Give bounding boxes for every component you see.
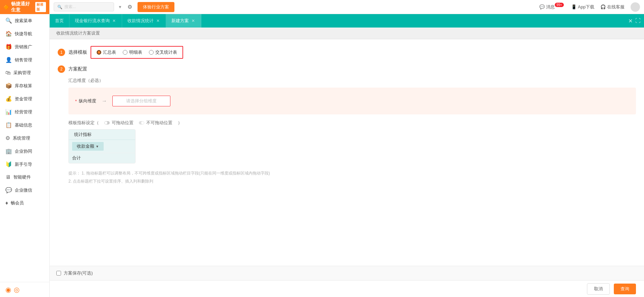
radio-summary-input[interactable] bbox=[97, 50, 101, 55]
download-item[interactable]: 📱 App下载 bbox=[571, 4, 594, 10]
radio-detail[interactable]: 明细表 bbox=[123, 49, 142, 55]
sidebar-item-label: 快捷导航 bbox=[15, 31, 32, 37]
tab-label: 收款情况统计 bbox=[127, 18, 154, 24]
sidebar-item-sales[interactable]: 👤 销售管理 bbox=[0, 53, 49, 66]
toggle-draggable[interactable]: 可拖动位置 bbox=[104, 120, 133, 126]
wechat-icon: 💬 bbox=[5, 187, 12, 193]
sidebar-item-label: 库存核算 bbox=[15, 83, 32, 89]
query-button[interactable]: 查询 bbox=[614, 284, 636, 294]
main: 🔍 搜索... ▼ ⚙ 体验行业方案 💬 消息 99+ 📱 App下载 🎧 在线… bbox=[50, 0, 644, 297]
sidebar-item-label: 采购管理 bbox=[13, 70, 31, 76]
management-icon: 📊 bbox=[5, 109, 12, 115]
sidebar-item-purchase[interactable]: 🛍 采购管理 bbox=[0, 66, 49, 79]
breadcrumb-text: 收款情况统计方案设置 bbox=[56, 31, 100, 36]
vertical-label: * 纵向维度 bbox=[75, 98, 96, 104]
tabbar-actions: ✕ ⛶ bbox=[625, 14, 644, 28]
logo: 🔶 畅捷通好生意 标准版 bbox=[0, 0, 49, 14]
inventory-icon: 📦 bbox=[5, 83, 12, 89]
sidebar-item-label: 新手引导 bbox=[15, 161, 32, 167]
page-footer: 方案保存(可选) bbox=[50, 266, 644, 280]
close-window-icon[interactable]: ✕ bbox=[628, 18, 633, 24]
sidebar: 🔶 畅捷通好生意 标准版 🔍 搜索菜单 🏠 快捷导航 🎁 营销推广 👤 销售管理… bbox=[0, 0, 50, 297]
base-icon: 📋 bbox=[5, 122, 12, 128]
sidebar-item-inventory[interactable]: 📦 库存核算 bbox=[0, 79, 49, 92]
sidebar-item-label: 资金管理 bbox=[15, 96, 32, 102]
bottom-bar: 取消 查询 bbox=[50, 280, 644, 297]
chevron-down-icon[interactable]: ▼ bbox=[118, 5, 122, 9]
sidebar-item-base-info[interactable]: 📋 基础信息 bbox=[0, 118, 49, 132]
tab-label: 首页 bbox=[55, 18, 64, 24]
sidebar-item-label: 企业微信 bbox=[15, 187, 32, 193]
radio-summary[interactable]: 汇总表 bbox=[97, 49, 116, 55]
save-checkbox[interactable] bbox=[56, 271, 61, 276]
sidebar-item-quick-nav[interactable]: 🏠 快捷导航 bbox=[0, 27, 49, 40]
sidebar-item-finance[interactable]: 💰 资金管理 bbox=[0, 92, 49, 105]
tip-line2: 2. 点击标题栏下拉可设置排序、插入列和删除列 bbox=[68, 178, 636, 185]
sidebar-item-enterprise[interactable]: 🏢 企业协同 bbox=[0, 145, 49, 158]
radio-cross-input[interactable] bbox=[149, 50, 154, 55]
message-icon: 💬 bbox=[539, 4, 545, 9]
logo-icon: 🔶 bbox=[3, 4, 9, 10]
amount-label-text: 收款金额 bbox=[77, 143, 94, 149]
sidebar-bottom-icon2: ◎ bbox=[14, 286, 19, 294]
sidebar-item-label: 基础信息 bbox=[15, 122, 32, 128]
radio-summary-label: 汇总表 bbox=[103, 49, 116, 55]
sales-icon: 👤 bbox=[5, 57, 12, 63]
metrics-row-amount[interactable]: 收款金额 ▼ bbox=[69, 140, 135, 153]
metrics-table: 统计指标 收款金额 ▼ 合计 bbox=[68, 129, 136, 163]
step2-section: 2 方案配置 汇总维度（必选） * 纵向维度 → 请选择分组维度 bbox=[58, 65, 636, 185]
sidebar-item-newbie[interactable]: 🔰 新手引导 bbox=[0, 158, 49, 171]
maximize-icon[interactable]: ⛶ bbox=[635, 18, 641, 24]
customer-service-item[interactable]: 🎧 在线客服 bbox=[600, 4, 625, 10]
sidebar-item-system[interactable]: ⚙ 系统管理 bbox=[0, 132, 49, 145]
sidebar-item-label: 搜索菜单 bbox=[15, 18, 32, 24]
home-icon: 🏠 bbox=[5, 31, 12, 37]
notification-label: 消息 bbox=[546, 4, 555, 10]
sidebar-item-management[interactable]: 📊 经营管理 bbox=[0, 105, 49, 118]
hardware-icon: 🖥 bbox=[5, 174, 11, 180]
sidebar-item-hardware[interactable]: 🖥 智能硬件 bbox=[0, 171, 49, 184]
radio-cross[interactable]: 交叉统计表 bbox=[149, 49, 177, 55]
tab-close-icon[interactable]: ✕ bbox=[191, 18, 196, 24]
tab-new-plan[interactable]: 新建方案 ✕ bbox=[166, 14, 201, 28]
notification-item[interactable]: 💬 消息 99+ bbox=[539, 4, 565, 10]
sidebar-bottom: ◉ ◎ bbox=[0, 282, 49, 297]
sidebar-item-wechat[interactable]: 💬 企业微信 bbox=[0, 184, 49, 197]
tab-collection[interactable]: 收款情况统计 ✕ bbox=[122, 14, 166, 28]
radio-detail-label: 明细表 bbox=[129, 49, 142, 55]
dimension-select[interactable]: 请选择分组维度 bbox=[112, 96, 170, 106]
sidebar-item-search[interactable]: 🔍 搜索菜单 bbox=[0, 14, 49, 27]
tab-close-icon[interactable]: ✕ bbox=[156, 18, 160, 24]
sidebar-item-label: 营销推广 bbox=[15, 44, 32, 50]
customer-service-label: 在线客服 bbox=[607, 4, 625, 10]
step1-header: 1 选择模板 汇总表 明细表 交叉统计表 bbox=[58, 46, 636, 59]
topbar-search[interactable]: 🔍 搜索... bbox=[54, 2, 114, 11]
sidebar-item-member[interactable]: ♦ 畅会员 bbox=[0, 197, 49, 209]
breadcrumb: 收款情况统计方案设置 bbox=[50, 28, 644, 39]
toggle-fixed[interactable]: 不可拖动位置 bbox=[139, 120, 172, 126]
toggle-draggable-dot bbox=[104, 121, 110, 125]
config-body: 汇总维度（必选） * 纵向维度 → 请选择分组维度 bbox=[58, 78, 636, 185]
purchase-icon: 🛍 bbox=[5, 70, 11, 76]
headset-icon: 🎧 bbox=[600, 4, 606, 9]
tips-area: 提示： 1. 拖动标题栏可以调整布局，不可跨维度或指标区域拖动栏目字段(只能在同… bbox=[68, 170, 636, 185]
tab-label: 现金银行流水查询 bbox=[75, 18, 110, 24]
radio-cross-label: 交叉统计表 bbox=[155, 49, 177, 55]
avatar[interactable] bbox=[631, 2, 640, 12]
logo-text: 畅捷通好生意 bbox=[11, 1, 33, 13]
sidebar-item-label: 销售管理 bbox=[15, 57, 32, 63]
toggle-fixed-label: 不可拖动位置 bbox=[146, 120, 172, 126]
trial-button[interactable]: 体验行业方案 bbox=[138, 2, 174, 12]
newbie-icon: 🔰 bbox=[5, 161, 12, 167]
finance-icon: 💰 bbox=[5, 96, 12, 102]
cancel-button[interactable]: 取消 bbox=[587, 283, 610, 295]
gear-icon[interactable]: ⚙ bbox=[127, 4, 132, 10]
metrics-amount-label: 收款金额 ▼ bbox=[72, 142, 104, 151]
chevron-down-icon: ▼ bbox=[96, 145, 99, 148]
sidebar-item-marketing[interactable]: 🎁 营销推广 bbox=[0, 40, 49, 53]
tab-close-icon[interactable]: ✕ bbox=[112, 18, 116, 24]
sidebar-item-label: 智能硬件 bbox=[13, 174, 31, 180]
radio-detail-input[interactable] bbox=[123, 50, 127, 55]
tab-cash-bank[interactable]: 现金银行流水查询 ✕ bbox=[69, 14, 122, 28]
tab-home[interactable]: 首页 bbox=[50, 14, 69, 28]
